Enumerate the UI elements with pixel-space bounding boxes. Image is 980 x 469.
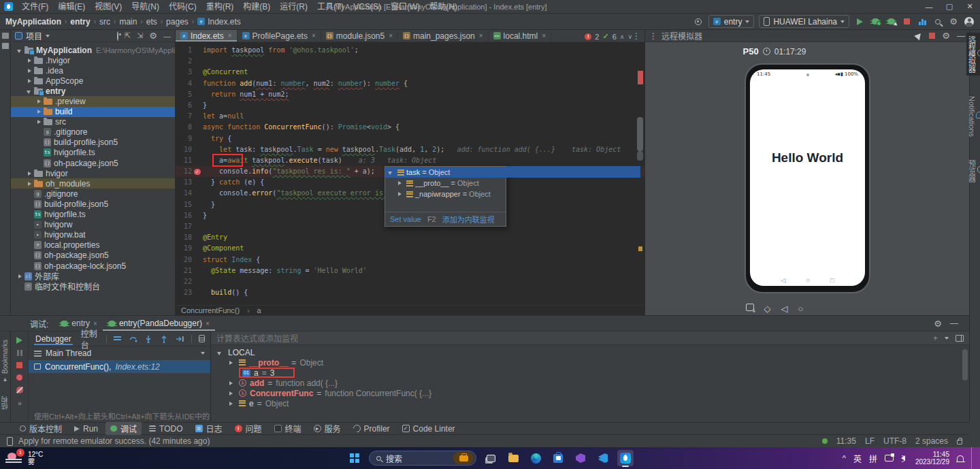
line-number[interactable]: 5 <box>176 89 192 100</box>
chevron-right-icon[interactable] <box>35 118 42 125</box>
tree-row-.hvigor[interactable]: .hvigor <box>11 55 175 65</box>
gutter[interactable] <box>192 232 203 243</box>
tree-row-hvigorw.bat[interactable]: ▸hvigorw.bat <box>11 230 175 240</box>
line-number[interactable]: 7 <box>176 111 192 122</box>
variables-scrollbar-thumb[interactable] <box>962 349 968 381</box>
debug-settings-icon[interactable]: ⚙ <box>934 319 942 328</box>
project-tool-icon[interactable] <box>2 43 9 49</box>
gutter[interactable] <box>192 89 203 100</box>
chevron-right-icon[interactable] <box>35 98 42 105</box>
tab-close-icon[interactable]: × <box>389 32 393 39</box>
line-number[interactable]: 8 <box>176 122 192 133</box>
editor-tab-main_pages.json[interactable]: {}main_pages.json× <box>398 30 489 42</box>
gutter[interactable] <box>192 111 203 122</box>
menu-item[interactable]: 导航(N) <box>127 0 164 14</box>
gutter[interactable] <box>192 188 203 199</box>
line-number[interactable]: 6 <box>176 100 192 111</box>
popup-row-__proto__[interactable]: __proto__ = Object <box>385 178 506 189</box>
add-inline-watch-link[interactable]: 添加为内联监视 <box>442 214 495 225</box>
chevron-right-icon[interactable] <box>227 380 234 387</box>
tree-row-oh-package.json5[interactable]: {}oh-package.json5 <box>11 158 175 168</box>
tab-close-icon[interactable]: × <box>206 320 210 327</box>
expand-all-icon[interactable]: ⇱ <box>125 31 131 40</box>
indent-setting[interactable]: 2 spaces <box>915 436 948 446</box>
chevron-down-icon[interactable] <box>16 47 23 54</box>
debug-tab-entry(PandaDebugger)[interactable]: entry(PandaDebugger)× <box>103 316 215 331</box>
gutter[interactable] <box>192 287 203 298</box>
tray-expand-icon[interactable]: ^ <box>843 454 846 462</box>
tree-row-build[interactable]: build <box>11 107 175 117</box>
line-number[interactable]: 11 <box>176 155 192 166</box>
menu-item[interactable]: 文件(F) <box>17 0 53 14</box>
menu-item[interactable]: 构建(B) <box>238 0 275 14</box>
maximize-button[interactable]: ▢ <box>939 0 960 14</box>
emulator-settings-icon[interactable]: ⚙ <box>942 31 950 40</box>
breakpoint-icon[interactable]: ✓ <box>194 169 201 176</box>
code-line-9[interactable]: 9 try { <box>176 133 644 144</box>
code-line-23[interactable]: 23 build() { <box>176 287 644 298</box>
collapse-all-icon[interactable]: ⇲ <box>137 31 143 40</box>
readonly-lock-icon[interactable] <box>957 440 962 444</box>
tree-row-hvigorfile.ts[interactable]: tshvigorfile.ts <box>11 210 175 220</box>
file-explorer-button[interactable] <box>505 450 521 466</box>
menu-item[interactable]: 重构(R) <box>201 0 239 14</box>
variable-row-ConcurrentFunc[interactable]: λConcurrentFunc=function ConcurrentFunc(… <box>211 388 969 398</box>
structure-tool-button[interactable]: 结构 <box>0 396 10 410</box>
tree-row-entry[interactable]: entry <box>11 86 175 96</box>
line-number[interactable]: 3 <box>176 67 192 78</box>
cast-monitor-icon[interactable] <box>885 455 894 462</box>
bottom-tool-Profiler[interactable]: Profiler <box>348 423 395 434</box>
gutter[interactable] <box>192 177 203 188</box>
right-tab-Notifications[interactable]: Notifications <box>968 93 980 140</box>
line-number[interactable]: 13 <box>176 177 192 188</box>
tree-row-hvigorfile.ts[interactable]: tshvigorfile.ts <box>11 148 175 158</box>
bottom-tool-日志[interactable]: ≣日志 <box>191 422 227 435</box>
ime-language[interactable]: 英 <box>853 453 862 464</box>
gutter[interactable] <box>192 243 203 254</box>
bookmarks-tool-button[interactable]: ▾ Bookmarks <box>1 340 9 384</box>
emulator-phone[interactable]: 11:45 ◂▪▮ 100% Hello World ◁ ○ □ <box>745 63 870 293</box>
menu-item[interactable]: 视图(V) <box>90 0 127 14</box>
chevron-right-icon[interactable] <box>227 390 234 397</box>
line-number[interactable]: 20 <box>176 255 192 265</box>
right-tab-远程模拟器[interactable]: 远程模拟器 <box>966 33 980 76</box>
tree-row-外部库[interactable]: ıl外部库 <box>11 271 175 281</box>
gutter[interactable] <box>192 67 203 78</box>
view-breakpoints-icon[interactable] <box>16 374 22 381</box>
scope-row[interactable]: LOCAL <box>211 347 969 357</box>
watch-input[interactable]: 计算表达式或添加监视 + <box>211 331 969 345</box>
line-number[interactable]: 10 <box>176 144 192 155</box>
chevron-right-icon[interactable] <box>396 191 403 197</box>
gutter[interactable] <box>192 78 203 89</box>
hide-panel-icon[interactable]: — <box>163 32 171 40</box>
tree-row-MyApplication[interactable]: MyApplicationE:\HarmonyOS\MyApplication <box>11 45 175 55</box>
tree-row-local.properties[interactable]: ≡local.properties <box>11 240 175 250</box>
chevron-right-icon[interactable] <box>227 359 234 366</box>
caret-position[interactable]: 11:35 <box>836 436 856 446</box>
screenshot-icon[interactable] <box>746 304 754 311</box>
tree-row-.gitignore[interactable]: g.gitignore <box>11 127 175 138</box>
start-button[interactable] <box>346 450 363 466</box>
chevron-right-icon[interactable] <box>16 273 23 280</box>
menu-item[interactable]: 运行(R) <box>275 0 312 14</box>
set-value-link[interactable]: Set value <box>390 215 421 223</box>
editor-tab-ProfilePage.ets[interactable]: eProfilePage.ets× <box>238 30 321 42</box>
pause-button[interactable] <box>17 350 22 356</box>
microsoft-store-button[interactable] <box>550 450 566 466</box>
gutter[interactable] <box>192 255 203 265</box>
gutter[interactable] <box>192 133 203 144</box>
chevron-right-icon[interactable] <box>227 400 234 407</box>
code-line-22[interactable]: 22 <box>176 276 644 287</box>
emulator-stop-icon[interactable] <box>929 33 935 39</box>
gutter[interactable]: ✓ <box>192 166 203 177</box>
gutter[interactable] <box>192 199 203 210</box>
tab-close-icon[interactable]: × <box>479 32 483 39</box>
code-line-21[interactable]: 21 @State message: string = 'Hello World… <box>176 265 644 276</box>
phone-home-icon[interactable]: ○ <box>806 277 810 284</box>
close-button[interactable]: ✕ <box>960 0 980 14</box>
line-number[interactable]: 18 <box>176 232 192 243</box>
bottom-tool-版本控制[interactable]: 版本控制 <box>15 422 67 435</box>
menu-item[interactable]: 代码(C) <box>164 0 201 14</box>
breadcrumb-item[interactable]: src <box>99 17 110 27</box>
editor-breadcrumb-item[interactable]: ConcurrentFunc() <box>181 306 240 314</box>
